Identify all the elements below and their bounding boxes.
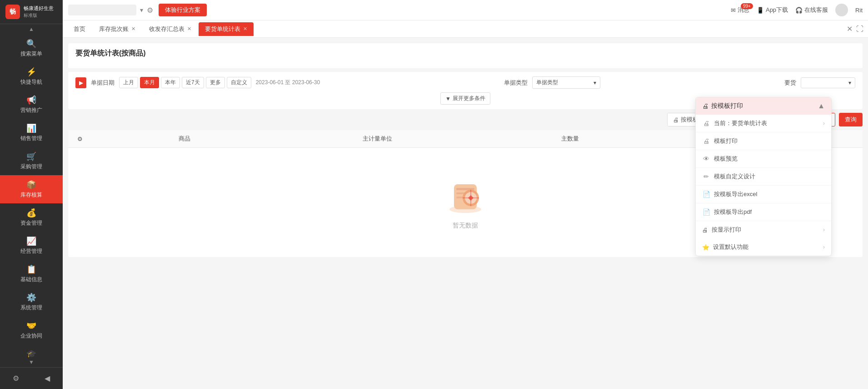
page-title: 要货单统计表(按商品) bbox=[75, 49, 855, 58]
empty-illustration bbox=[443, 175, 488, 216]
dropdown-item-template-preview[interactable]: 👁模板预览 bbox=[696, 150, 831, 168]
filter-toggle-btn[interactable]: ▶ bbox=[75, 77, 86, 88]
date-btn-本年[interactable]: 本年 bbox=[161, 77, 180, 88]
nav-icon-marketing: 📢 bbox=[26, 95, 36, 105]
nav-label-inventory: 库存核算 bbox=[20, 191, 42, 199]
main-area: ▾ ⚙ 体验行业方案 ✉ 消息 99+ 📱 App下载 🎧 在线客服 Rit 首… bbox=[63, 0, 868, 389]
app-icon: 📱 bbox=[757, 7, 764, 14]
nav-label-basic: 基础信息 bbox=[20, 276, 42, 283]
tab-receipt-summary[interactable]: 收发存汇总表✕ bbox=[143, 22, 198, 36]
tab-inventory-batch[interactable]: 库存批次账✕ bbox=[93, 22, 142, 36]
chevron-right-icon: ▶ bbox=[79, 80, 83, 86]
goods-select[interactable]: ▾ bbox=[801, 77, 855, 88]
message-icon: ✉ bbox=[731, 7, 736, 14]
tab-home[interactable]: 首页 bbox=[67, 22, 92, 36]
label-template-export-pdf: 按模板导出pdf bbox=[714, 208, 752, 216]
tab-label-order-stats: 要货单统计表 bbox=[205, 25, 240, 33]
nav-label-search: 搜索菜单 bbox=[20, 50, 42, 58]
search-dropdown-btn[interactable]: ▾ bbox=[140, 6, 143, 14]
nav-icon-purchase: 🛒 bbox=[26, 152, 36, 162]
tab-order-stats[interactable]: 要货单统计表✕ bbox=[199, 22, 254, 36]
sidebar-scroll-down[interactable]: ▼ bbox=[0, 357, 63, 367]
dropdown-item-template-print[interactable]: 🖨模板打印 bbox=[696, 132, 831, 150]
headset-icon: 🎧 bbox=[795, 7, 803, 14]
tab-label-inventory-batch: 库存批次账 bbox=[99, 25, 129, 33]
label-template-design: 模板自定义设计 bbox=[714, 172, 755, 181]
close-tab-btn[interactable]: ✕ bbox=[847, 25, 853, 33]
sidebar-item-system[interactable]: ⚙️系统管理 bbox=[0, 288, 63, 316]
order-type-label: 单据类型 bbox=[504, 79, 528, 87]
online-service-label: 在线客服 bbox=[804, 6, 828, 14]
dropdown-item-template-export-excel[interactable]: 📄按模板导出excel bbox=[696, 186, 831, 203]
maximize-tab-btn[interactable]: ⛶ bbox=[856, 25, 863, 33]
online-service-item[interactable]: 🎧 在线客服 bbox=[795, 6, 828, 14]
label-template-export-excel: 按模板导出excel bbox=[714, 190, 757, 198]
date-btn-更多[interactable]: 更多 bbox=[206, 77, 225, 88]
sidebar-item-sales[interactable]: 📊销售管理 bbox=[0, 119, 63, 147]
tab-close-order-stats[interactable]: ✕ bbox=[243, 26, 247, 32]
dropdown-item-template-design[interactable]: ✏模板自定义设计 bbox=[696, 168, 831, 186]
page-header: 要货单统计表(按商品) bbox=[68, 43, 863, 68]
nav-label-purchase: 采购管理 bbox=[20, 163, 42, 171]
topbar-gear-icon[interactable]: ⚙ bbox=[147, 6, 153, 15]
date-btn-近7天[interactable]: 近7天 bbox=[182, 77, 204, 88]
sidebar-item-inventory[interactable]: 📦库存核算 bbox=[0, 175, 63, 203]
th-gear[interactable]: ⚙ bbox=[72, 131, 88, 147]
date-btn-自定义[interactable]: 自定义 bbox=[227, 77, 251, 88]
nav-icon-sales: 📊 bbox=[26, 123, 36, 133]
sidebar-logo: 畅 畅康通好生意 标准版 bbox=[0, 0, 63, 24]
nav-label-sales: 销售管理 bbox=[20, 135, 42, 142]
dropdown-item-template-export-pdf[interactable]: 📄按模板导出pdf bbox=[696, 203, 831, 221]
icon-template-design: ✏ bbox=[702, 173, 710, 180]
dropdown-close-btn[interactable]: ▲ bbox=[818, 102, 825, 110]
search-input[interactable] bbox=[68, 5, 136, 15]
tab-close-inventory-batch[interactable]: ✕ bbox=[131, 26, 135, 32]
date-btn-本月[interactable]: 本月 bbox=[140, 77, 159, 88]
dropdown-section-default-setting[interactable]: ⭐设置默认功能› bbox=[696, 238, 831, 256]
th-product: 商品 bbox=[88, 130, 281, 147]
icon-template-export-pdf: 📄 bbox=[702, 208, 710, 216]
app-download-item[interactable]: 📱 App下载 bbox=[757, 6, 788, 14]
logo-sub: 标准版 bbox=[24, 12, 54, 19]
chevron-down-icon: ▾ bbox=[594, 80, 596, 86]
sidebar-item-enterprise[interactable]: 🤝企业协同 bbox=[0, 316, 63, 344]
sidebar-item-marketing[interactable]: 📢营销推广 bbox=[0, 91, 63, 119]
sidebar-item-basic[interactable]: 📋基础信息 bbox=[0, 260, 63, 288]
nav-icon-system: ⚙️ bbox=[26, 293, 36, 303]
nav-label-system: 系统管理 bbox=[20, 304, 42, 312]
sidebar-footer: ⚙ ◀ bbox=[0, 367, 63, 389]
sidebar-item-newguide[interactable]: 🎓新手引导 bbox=[0, 344, 63, 357]
tabs-bar: 首页库存批次账✕收发存汇总表✕要货单统计表✕ ✕ ⛶ bbox=[63, 20, 868, 38]
message-item[interactable]: ✉ 消息 99+ bbox=[731, 6, 749, 14]
date-btn-上月[interactable]: 上月 bbox=[119, 77, 138, 88]
icon-default-setting: ⭐ bbox=[702, 244, 709, 251]
order-type-select[interactable]: 单据类型 ▾ bbox=[532, 76, 600, 89]
nav-label-enterprise: 企业协同 bbox=[20, 332, 42, 340]
sidebar-item-purchase[interactable]: 🛒采购管理 bbox=[0, 147, 63, 175]
sound-icon[interactable]: ◀ bbox=[43, 372, 52, 384]
sidebar-scroll-up[interactable]: ▲ bbox=[0, 24, 63, 34]
trial-btn[interactable]: 体验行业方案 bbox=[159, 4, 207, 16]
settings-icon[interactable]: ⚙ bbox=[11, 372, 21, 384]
dropdown-sections: 🖨按显示打印›⭐设置默认功能› bbox=[696, 221, 831, 256]
dropdown-section-display-print[interactable]: 🖨按显示打印› bbox=[696, 221, 831, 238]
icon-template-export-excel: 📄 bbox=[702, 191, 710, 198]
tab-close-receipt-summary[interactable]: ✕ bbox=[187, 26, 191, 32]
chevron-down-icon-2: ▾ bbox=[848, 80, 851, 86]
expand-conditions-btn[interactable]: ▼ 展开更多条件 bbox=[440, 92, 490, 105]
sidebar-item-search[interactable]: 🔍搜索菜单 bbox=[0, 34, 63, 62]
sidebar-item-operation[interactable]: 📈经营管理 bbox=[0, 232, 63, 260]
sidebar-item-finance[interactable]: 💰资金管理 bbox=[0, 203, 63, 232]
nav-icon-enterprise: 🤝 bbox=[26, 321, 36, 331]
avatar[interactable] bbox=[835, 4, 848, 16]
sidebar: 畅 畅康通好生意 标准版 ▲ 🔍搜索菜单⚡快捷导航📢营销推广📊销售管理🛒采购管理… bbox=[0, 0, 63, 389]
nav-label-marketing: 营销推广 bbox=[20, 106, 42, 114]
label-display-print: 按显示打印 bbox=[712, 226, 741, 234]
dropdown-current-item[interactable]: 🖨 当前：要货单统计表 › bbox=[696, 115, 831, 132]
sidebar-item-shortcut[interactable]: ⚡快捷导航 bbox=[0, 62, 63, 91]
query-btn[interactable]: 查询 bbox=[839, 113, 863, 126]
logo-text: 畅康通好生意 标准版 bbox=[24, 5, 54, 18]
expand-label: 展开更多条件 bbox=[453, 95, 485, 102]
expand-icon: ▼ bbox=[445, 96, 451, 102]
goods-filter-label: 要货 bbox=[784, 79, 796, 87]
